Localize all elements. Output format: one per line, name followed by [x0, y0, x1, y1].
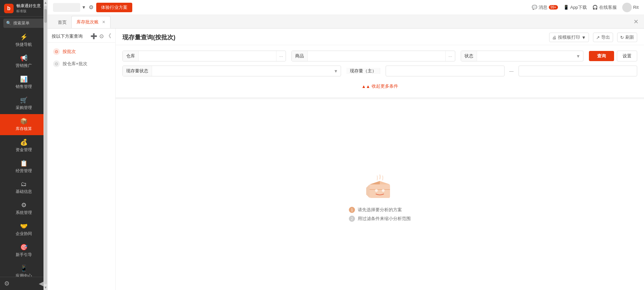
shortcut-icon: ⚡: [20, 33, 28, 41]
sidebar-item-apps[interactable]: 📱 应用中心: [0, 261, 48, 277]
empty-tip-2: 2 用过滤条件来缩小分析范围: [349, 216, 411, 222]
search-menu[interactable]: 🔍 搜索菜单: [3, 19, 44, 28]
filter-settings-icon[interactable]: ⊙: [99, 33, 104, 39]
messages-label: 消息: [539, 4, 547, 11]
close-all-tabs-icon[interactable]: ✕: [633, 18, 639, 25]
print-template-btn[interactable]: 🖨 按模板打印 ▼: [549, 33, 589, 42]
export-btn[interactable]: ↗ 导出: [593, 33, 613, 42]
tab-close-icon[interactable]: ✕: [102, 20, 105, 24]
sidebar-item-newbie[interactable]: 🎯 新手引导: [0, 240, 48, 261]
query-btn[interactable]: 查询: [589, 51, 614, 61]
sidebar-item-label: 采购管理: [16, 105, 32, 111]
sidebar-item-label: 经营管理: [16, 168, 32, 174]
topbar-search-input[interactable]: [53, 3, 80, 12]
collapse-conditions[interactable]: ▲▲ 收起更多条件: [122, 80, 637, 92]
avatar: [622, 3, 632, 12]
scroll-up-arrow[interactable]: ▲: [43, 0, 48, 5]
tab-home[interactable]: 首页: [53, 17, 71, 28]
table-area: 1 请先选择要分析的方案 2 用过滤条件来缩小分析范围: [116, 99, 644, 290]
support-icon: 🎧: [592, 5, 598, 10]
online-support-item[interactable]: 🎧 在线客服: [592, 4, 617, 11]
product-input[interactable]: [308, 54, 445, 59]
svg-point-6: [382, 189, 385, 192]
sidebar-item-label: 资金管理: [16, 147, 32, 153]
messages-badge: 99+: [549, 5, 558, 10]
filter-add-icon[interactable]: ➕: [90, 33, 97, 39]
experience-btn[interactable]: 体验行业方案: [96, 3, 132, 12]
brand-info: 畅康通好生意 标准版: [16, 3, 41, 14]
sidebar-item-purchase[interactable]: 🛒 采购管理: [0, 93, 48, 114]
tab-inventory-label: 库存批次账: [77, 19, 99, 25]
collapse-icon: ▲▲: [361, 84, 370, 89]
messages-item[interactable]: 💬 消息 99+: [532, 4, 558, 11]
sidebar-item-label: 应用中心: [16, 273, 32, 277]
collapse-label: 收起更多条件: [372, 83, 398, 89]
main-area: ▼ ⚙ 体验行业方案 💬 消息 99+ 📱 App下载 🎧 在线客服 Rit: [48, 0, 644, 290]
warehouse-more-icon[interactable]: ···: [276, 51, 286, 61]
refresh-btn[interactable]: ↻ 刷新: [617, 33, 637, 42]
warehouse-field: 仓库 ···: [122, 51, 286, 61]
purchase-icon: 🛒: [20, 96, 28, 104]
sidebar-item-marketing[interactable]: 📢 营销推广: [0, 51, 48, 72]
collapse-sidebar-icon[interactable]: ◀: [39, 280, 44, 287]
filter-item-icon-warehouse: ⊙: [53, 60, 60, 67]
filter-collapse-icon[interactable]: 《: [106, 33, 111, 40]
sidebar-item-label: 营销推广: [16, 63, 32, 69]
filter-item-by-warehouse-batch[interactable]: ⊙ 按仓库+批次: [48, 58, 115, 70]
print-dropdown-icon[interactable]: ▼: [581, 35, 586, 40]
tip-num-1: 1: [349, 207, 355, 213]
sidebar-item-operation[interactable]: 📋 经营管理: [0, 156, 48, 177]
filter-item-by-batch[interactable]: ⊙ 按批次: [48, 46, 115, 58]
sidebar-item-label: 快捷导航: [16, 42, 32, 48]
status-arrow-icon[interactable]: ▼: [573, 51, 583, 61]
stock-amount-max-input[interactable]: [519, 66, 637, 76]
topbar-dropdown-icon[interactable]: ▼: [82, 5, 86, 10]
tip-num-2: 2: [349, 216, 355, 222]
newbie-icon: 🎯: [20, 243, 28, 251]
enterprise-icon: 🤝: [20, 222, 28, 230]
sidebar-item-label: 销售管理: [16, 84, 32, 90]
sidebar-item-label: 基础信息: [16, 189, 32, 195]
sidebar-item-inventory[interactable]: 📦 库存核算: [0, 114, 48, 135]
filter-items: ⊙ 按批次 ⊙ 按仓库+批次: [48, 43, 115, 73]
sidebar-item-system[interactable]: ⚙ 系统管理: [0, 198, 48, 219]
tip-text-1: 请先选择要分析的方案: [358, 207, 402, 213]
query-actions: 查询 设置: [589, 51, 637, 61]
sidebar-item-label: 库存核算: [16, 126, 32, 132]
sidebar-item-sales[interactable]: 📊 销售管理: [0, 72, 48, 93]
filter-panel-title: 按以下方案查询: [52, 33, 83, 39]
scroll-down-arrow[interactable]: ▼: [43, 285, 48, 290]
filter-panel-header: 按以下方案查询 ➕ ⊙ 《: [48, 33, 115, 43]
status-label: 状态: [461, 51, 477, 61]
username: Rit: [633, 5, 639, 10]
online-support-label: 在线客服: [599, 4, 617, 11]
topbar-gear-icon[interactable]: ⚙: [89, 4, 94, 11]
sidebar-item-basic[interactable]: 🗂 基础信息: [0, 177, 48, 198]
sidebar-item-shortcut[interactable]: ⚡ 快捷导航: [0, 30, 48, 51]
warehouse-input[interactable]: [139, 54, 276, 59]
tab-inventory-batch[interactable]: 库存批次账 ✕: [71, 16, 111, 28]
stock-status-input[interactable]: [152, 69, 331, 74]
settings-bottom-icon[interactable]: ⚙: [4, 280, 10, 287]
scroll-track: [44, 6, 47, 284]
stock-status-arrow[interactable]: ▼: [331, 66, 341, 76]
sidebar-scrollbar[interactable]: ▲ ▼: [44, 0, 48, 290]
topbar: ▼ ⚙ 体验行业方案 💬 消息 99+ 📱 App下载 🎧 在线客服 Rit: [48, 0, 644, 15]
sidebar-item-finance[interactable]: 💰 资金管理: [0, 135, 48, 156]
app-download-icon: 📱: [563, 5, 569, 10]
app-download-item[interactable]: 📱 App下载: [563, 4, 587, 11]
sidebar-header: b 畅康通好生意 标准版: [0, 0, 48, 17]
sales-icon: 📊: [20, 75, 28, 83]
stock-status-label: 现存量状态: [123, 66, 152, 76]
user-area[interactable]: Rit: [622, 3, 639, 12]
brand-name: 畅康通好生意: [16, 3, 41, 9]
sidebar-item-enterprise[interactable]: 🤝 企业协同: [0, 219, 48, 240]
stock-amount-min-input[interactable]: [386, 66, 504, 76]
sidebar: b 畅康通好生意 标准版 🔍 搜索菜单 ⚡ 快捷导航 📢 营销推广 📊 销售管理…: [0, 0, 48, 290]
print-icon: 🖨: [552, 35, 557, 40]
empty-tips: 1 请先选择要分析的方案 2 用过滤条件来缩小分析范围: [349, 207, 411, 222]
settings-btn[interactable]: 设置: [617, 51, 637, 61]
product-more-icon[interactable]: ···: [445, 51, 455, 61]
status-input[interactable]: [477, 54, 574, 59]
warehouse-label: 仓库: [123, 51, 139, 61]
